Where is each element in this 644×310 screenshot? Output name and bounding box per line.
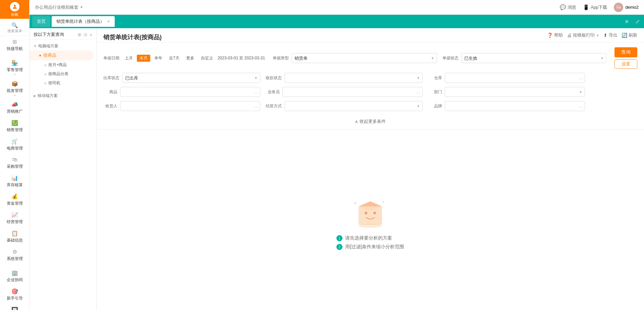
tip-text-1: 请先选择要分析的方案 — [345, 235, 392, 241]
tree-node-by-category[interactable]: ≡ 按商品分类 — [30, 69, 94, 79]
filter-row-2: 出库状态 已出库 ▼ 收款状态 — [103, 73, 637, 83]
date-tab-custom[interactable]: 自定义 — [198, 55, 216, 62]
page-header-actions: ❓ 帮助 🖨 按模板打印 ▼ ⬆ 导出 🔄 刷新 — [547, 32, 637, 42]
refresh-icon: 🔄 — [622, 33, 627, 38]
filter-row-3: 商品 … 业务员 … 部门 — [103, 87, 637, 97]
sidebar-item-marketing-label: 营销推广 — [7, 109, 23, 114]
sidebar-item-operation[interactable]: 📈 经营管理 — [0, 209, 29, 227]
sidebar-search[interactable]: 🔍 搜索菜单 — [0, 19, 29, 36]
print-action[interactable]: 🖨 按模板打印 ▼ — [567, 32, 599, 38]
window-close-btn[interactable]: ✕ — [623, 17, 631, 25]
empty-state: ✦ ✦ ✦ 1 请先选择要分析的方案 2 用[过滤]条件来缩小分析范围 — [97, 130, 644, 310]
filter-receipt-status: 收款状态 ▼ — [266, 73, 423, 83]
industry-chevron: ▼ — [80, 5, 83, 9]
user-menu[interactable]: Ea demo2 — [614, 3, 639, 12]
edit-scheme-icon[interactable]: ⊙ — [84, 32, 88, 37]
sidebar-item-guide[interactable]: 🎯 新手引导 — [0, 286, 29, 304]
refresh-label: 刷新 — [629, 32, 637, 38]
empty-illustration: ✦ ✦ ✦ — [350, 190, 390, 230]
message-action[interactable]: 💬 消息 — [560, 4, 576, 10]
sidebar-item-wholesale-label: 批发管理 — [7, 88, 23, 94]
node-by-category-icon: ≡ — [44, 72, 46, 76]
salesperson-input[interactable] — [282, 87, 423, 97]
doc-type-select[interactable]: 销货单 — [291, 53, 437, 63]
app-logo[interactable]: 标账 — [0, 0, 30, 19]
sidebar-item-quick-nav[interactable]: ⊞ 快捷导航 — [0, 36, 29, 54]
sidebar-item-enterprise[interactable]: 🏢 企业协同 — [0, 267, 29, 286]
desktop-section-label[interactable]: ▼ 电脑端方案 — [30, 42, 96, 50]
doc-status-select[interactable]: 已生效 — [461, 53, 606, 63]
date-tab-last-month[interactable]: 上月 — [122, 55, 136, 62]
payment-select[interactable] — [284, 101, 423, 111]
receipt-status-select[interactable] — [284, 73, 423, 83]
node-by-month-icon: ≡ — [44, 63, 46, 67]
add-scheme-icon[interactable]: ⊕ — [77, 32, 82, 37]
content-area: 按以下方案查询 ⊕ ⊙ « ▼ 电脑端方案 ● 按商品 ≡ 按月 — [30, 28, 644, 310]
app-download-action[interactable]: 📱 App下载 — [583, 4, 607, 10]
tree-node-by-product[interactable]: ● 按商品 — [30, 50, 94, 60]
left-panel-title: 按以下方案查询 — [34, 32, 64, 38]
tab-home[interactable]: 首页 — [32, 16, 50, 27]
sidebar-item-finance-label: 资金管理 — [7, 201, 23, 206]
sidebar-search-label: 搜索菜单 — [3, 29, 26, 34]
sidebar-item-basic[interactable]: 📋 基础信息 — [0, 227, 29, 246]
sidebar-item-marketing[interactable]: 📣 营销推广 — [0, 99, 29, 117]
sidebar-item-ecommerce[interactable]: 🛒 电商管理 — [0, 136, 29, 154]
receiver-dots-icon[interactable]: … — [254, 104, 258, 108]
sidebar-item-ecommerce-label: 电商管理 — [7, 146, 23, 151]
setting-button[interactable]: 设置 — [614, 59, 637, 69]
sidebar-item-retail[interactable]: 🏪 零售管理 — [0, 57, 29, 78]
tree-node-by-month-product[interactable]: ≡ 按月+商品 — [30, 60, 94, 69]
desktop-section: ▼ 电脑端方案 ● 按商品 ≡ 按月+商品 ≡ 按商品分类 ≡ 按司机 — [30, 40, 96, 90]
refresh-action[interactable]: 🔄 刷新 — [622, 32, 637, 38]
warehouse-input[interactable] — [445, 73, 585, 83]
tip-text-2: 用[过滤]条件来缩小分析范围 — [345, 244, 404, 250]
node-by-product-icon: ● — [39, 53, 41, 58]
date-tab-this-month[interactable]: 本月 — [137, 55, 150, 62]
goods-dots-icon[interactable]: … — [254, 90, 258, 94]
query-button[interactable]: 查询 — [614, 47, 637, 57]
department-select[interactable] — [445, 87, 585, 97]
sidebar-item-appstore[interactable]: 🔲 应用中心 — [0, 304, 29, 310]
salesperson-dots-icon[interactable]: … — [417, 90, 421, 94]
topbar-actions: 💬 消息 📱 App下载 Ea demo2 — [560, 3, 639, 12]
svg-text:✦: ✦ — [354, 201, 357, 206]
sidebar-item-sales[interactable]: 💹 销售管理 — [0, 117, 29, 136]
salesperson-input-wrapper: … — [282, 87, 423, 97]
out-status-select[interactable]: 已出库 — [122, 73, 260, 83]
brand-dots-icon[interactable]: … — [579, 104, 583, 108]
sidebar-item-inventory[interactable]: 📊 库存核算 — [0, 172, 29, 191]
mobile-section-label[interactable]: ▶ 移动端方案 — [30, 92, 96, 100]
help-icon: ❓ — [547, 33, 553, 38]
help-action[interactable]: ❓ 帮助 — [547, 32, 563, 38]
mobile-chevron-icon: ▶ — [34, 94, 36, 98]
tab-sales-stat-label: 销货单统计表（按商品） — [56, 18, 104, 24]
industry-selector[interactable]: 办公用品行业模拟账套 ▼ — [35, 4, 83, 10]
page-title: 销货单统计表(按商品) — [103, 33, 162, 41]
tab-sales-stat[interactable]: 销货单统计表（按商品） ✕ — [52, 16, 115, 27]
sidebar-item-system[interactable]: ⚙ 系统管理 — [0, 246, 29, 264]
sidebar-item-purchase[interactable]: 🛍 采购管理 — [0, 154, 29, 172]
goods-label: 商品 — [103, 89, 117, 95]
date-tab-more[interactable]: 更多 — [183, 55, 197, 62]
main-area: 办公用品行业模拟账套 ▼ 💬 消息 📱 App下载 Ea demo2 首页 — [30, 0, 644, 310]
filter-brand: 品牌 … — [428, 101, 585, 111]
receiver-label: 收货人 — [103, 103, 117, 109]
date-tab-this-year[interactable]: 本年 — [152, 55, 165, 62]
collapse-button[interactable]: ∧ 收起更多条件 — [351, 117, 390, 126]
brand-input[interactable] — [445, 101, 585, 111]
message-label: 消息 — [568, 4, 576, 10]
warehouse-dots-icon[interactable]: … — [579, 75, 583, 80]
sidebar-item-wholesale[interactable]: 📦 批发管理 — [0, 78, 29, 99]
tree-node-by-machine[interactable]: ≡ 按司机 — [30, 79, 94, 88]
sidebar-item-finance[interactable]: 💰 资金管理 — [0, 191, 29, 209]
receiver-input[interactable] — [120, 101, 260, 111]
date-range-display: 2023-03-01 至 2023-03-31 — [218, 55, 265, 61]
goods-input[interactable] — [120, 87, 260, 97]
window-maximize-btn[interactable]: ⤢ — [633, 17, 641, 25]
collapse-panel-icon[interactable]: « — [90, 32, 92, 37]
tab-close-icon[interactable]: ✕ — [107, 19, 110, 24]
export-label: 导出 — [609, 32, 618, 38]
export-action[interactable]: ⬆ 导出 — [603, 32, 618, 38]
date-tab-7days[interactable]: 近7天 — [166, 55, 182, 62]
